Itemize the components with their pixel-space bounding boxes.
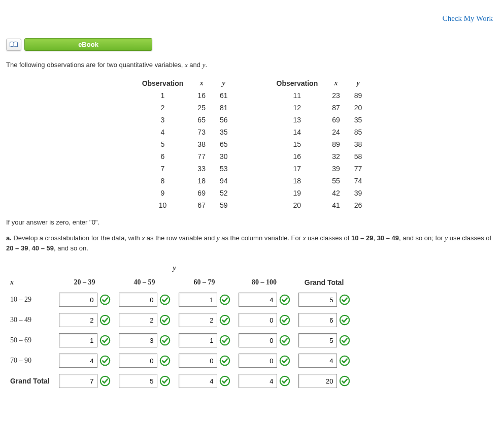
qa-p3: as the column variable. For [220, 234, 303, 242]
qa-p6: , and so on; for [399, 234, 445, 242]
qa-p5: , [373, 234, 377, 242]
obs-row: 11661112389 [135, 89, 369, 102]
correct-check-icon [99, 375, 111, 387]
crosstab-row-label: 70 – 90 [6, 350, 55, 371]
correct-check-icon [279, 335, 290, 346]
correct-check-icon [339, 355, 350, 366]
obs-n: 14 [270, 126, 325, 138]
crosstab-input[interactable] [179, 333, 217, 347]
crosstab-input[interactable] [298, 354, 337, 368]
obs-n: 9 [135, 187, 191, 199]
crosstab-input[interactable] [298, 293, 337, 307]
top-bar: Check My Work [6, 4, 498, 38]
crosstab-input[interactable] [119, 313, 157, 327]
check-my-work-link[interactable]: Check My Work [443, 14, 493, 22]
correct-check-icon [99, 294, 111, 305]
obs-n: 7 [135, 163, 191, 175]
obs-y: 35 [213, 126, 235, 138]
crosstab-input[interactable] [239, 313, 277, 327]
crosstab-col-1: 40 – 59 [115, 275, 175, 290]
obs-y: 94 [213, 175, 235, 187]
correct-check-icon [279, 294, 290, 305]
obs-row: 106759204126 [135, 199, 369, 211]
correct-check-icon [219, 355, 230, 366]
obs-row: 73353173977 [135, 163, 369, 175]
crosstab-input[interactable] [59, 313, 97, 327]
obs-y: 61 [213, 89, 235, 102]
correct-check-icon [159, 355, 171, 366]
crosstab-input[interactable] [59, 374, 97, 388]
correct-check-icon [219, 335, 230, 346]
correct-check-icon [99, 355, 111, 366]
obs-y: 52 [213, 187, 235, 199]
ebook-button[interactable]: eBook [24, 38, 152, 51]
crosstab-input[interactable] [59, 293, 97, 307]
obs-x: 69 [325, 114, 347, 126]
qa-p2: as the row variable and [145, 234, 217, 242]
obs-y: 74 [347, 175, 369, 187]
obs-n: 1 [135, 89, 191, 102]
crosstab-grand-row-label: Grand Total [6, 371, 55, 391]
qa-c1: 10 – 29 [351, 234, 373, 242]
crosstab-input[interactable] [59, 333, 97, 347]
obs-n: 17 [270, 163, 325, 175]
qa-p7: use classes of [448, 234, 491, 242]
obs-row: 36556136935 [135, 114, 369, 126]
crosstab-grand-row: Grand Total [6, 371, 354, 391]
crosstab-input[interactable] [119, 333, 157, 347]
intro-prefix: The following observations are for two q… [6, 61, 185, 69]
book-icon[interactable] [6, 39, 21, 51]
obs-n: 13 [270, 114, 325, 126]
crosstab-input[interactable] [179, 293, 217, 307]
obs-y: 81 [213, 102, 235, 114]
obs-x: 23 [325, 89, 347, 102]
obs-row: 81894185574 [135, 175, 369, 187]
crosstab-col-3: 80 – 100 [234, 275, 294, 290]
obs-row: 22581128720 [135, 102, 369, 114]
crosstab-input[interactable] [239, 374, 277, 388]
crosstab-col-2: 60 – 79 [175, 275, 234, 290]
crosstab-input[interactable] [59, 354, 97, 368]
obs-y: 85 [347, 126, 369, 138]
correct-check-icon [219, 294, 230, 305]
crosstab-input[interactable] [119, 374, 157, 388]
obs-x: 69 [190, 187, 213, 199]
obs-n: 18 [270, 175, 325, 187]
qa-p1: Develop a crosstabulation for the data, … [12, 234, 142, 242]
crosstab-x-label: x [6, 275, 55, 290]
crosstab-input[interactable] [239, 293, 277, 307]
crosstab-input[interactable] [239, 333, 277, 347]
crosstab-input[interactable] [119, 354, 157, 368]
crosstab-input[interactable] [179, 374, 217, 388]
correct-check-icon [279, 314, 290, 326]
obs-n: 20 [270, 199, 325, 211]
obs-x: 77 [190, 150, 213, 163]
obs-x: 25 [190, 102, 213, 114]
obs-row: 53865158938 [135, 138, 369, 150]
correct-check-icon [159, 294, 171, 305]
obs-n: 15 [270, 138, 325, 150]
crosstab-row: 70 – 90 [6, 350, 354, 371]
crosstab-input[interactable] [298, 333, 337, 347]
obs-y: 58 [347, 150, 369, 163]
obs-x: 55 [325, 175, 347, 187]
observations-table: Observation x y Observation x y 11661112… [135, 77, 369, 211]
correct-check-icon [99, 314, 111, 326]
obs-x: 42 [325, 187, 347, 199]
obs-y: 89 [347, 89, 369, 102]
obs-header-x-left: x [190, 77, 213, 89]
obs-n: 12 [270, 102, 325, 114]
crosstab-input[interactable] [119, 293, 157, 307]
crosstab-input[interactable] [298, 374, 337, 388]
crosstab-input[interactable] [239, 354, 277, 368]
obs-x: 16 [190, 89, 213, 102]
obs-y: 30 [213, 150, 235, 163]
crosstab-input[interactable] [179, 313, 217, 327]
obs-n: 11 [270, 89, 325, 102]
crosstab-input[interactable] [179, 354, 217, 368]
crosstab-col-0: 20 – 39 [55, 275, 115, 290]
obs-n: 3 [135, 114, 191, 126]
obs-x: 18 [190, 175, 213, 187]
crosstab-input[interactable] [298, 313, 337, 327]
obs-header-left: Observation [135, 77, 191, 89]
